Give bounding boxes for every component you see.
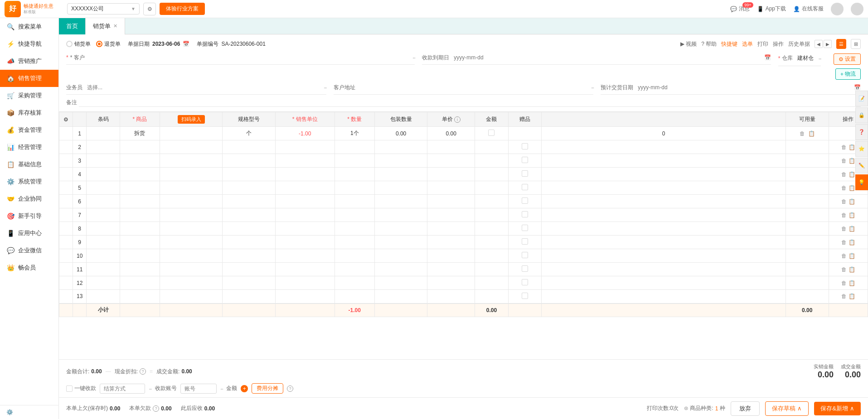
select-button[interactable]: 选单 <box>742 40 753 48</box>
sidebar-item-inventory[interactable]: 📦 库存核算 <box>0 104 58 121</box>
settlement-method-input[interactable] <box>100 384 145 394</box>
settings-button[interactable]: ⚙ <box>143 3 156 15</box>
settlement-more[interactable]: ··· <box>149 385 151 392</box>
salesperson-more-icon[interactable]: ··· <box>324 84 326 91</box>
delete-icon[interactable]: 🗑 <box>841 144 847 150</box>
list-view-btn[interactable]: ☰ <box>836 39 846 49</box>
grid-view-btn[interactable]: ⊞ <box>851 39 861 49</box>
row-spec-1[interactable] <box>160 127 222 140</box>
discount-info-icon[interactable]: ? <box>140 368 146 375</box>
sidebar-item-basic[interactable]: 📋 基础信息 <box>0 156 58 173</box>
customer-more-icon[interactable]: ··· <box>412 54 415 61</box>
copy-icon[interactable]: 📋 <box>849 253 855 259</box>
expected-date-input[interactable] <box>635 83 852 92</box>
copy-icon[interactable]: 📋 <box>849 212 855 218</box>
notes-input[interactable] <box>79 98 861 107</box>
account-input[interactable] <box>180 384 217 394</box>
copy-icon[interactable]: 📋 <box>849 239 855 246</box>
next-arrow[interactable]: ▶ <box>824 40 832 48</box>
customer-input[interactable] <box>87 53 411 62</box>
save-new-button[interactable]: 保存&新增 ∧ <box>814 402 861 415</box>
row-price-1[interactable]: 0.00 <box>374 127 427 140</box>
due-date-input[interactable] <box>451 53 762 62</box>
company-selector[interactable]: XXXXXX公司 ▼ <box>67 3 140 14</box>
sidebar-item-finance[interactable]: 💰 资金管理 <box>0 121 58 139</box>
salesperson-input[interactable] <box>84 83 322 92</box>
user-avatar[interactable] <box>831 3 844 15</box>
product-kind-icon[interactable]: ⊙ <box>684 405 689 411</box>
delete-icon-1[interactable]: 🗑 <box>800 130 805 137</box>
user-avatar2[interactable] <box>851 3 863 15</box>
due-date-calendar-icon[interactable]: 📅 <box>764 54 771 61</box>
delete-icon[interactable]: 🗑 <box>841 293 847 299</box>
delete-icon[interactable]: 🗑 <box>841 185 847 191</box>
expected-date-calendar[interactable]: 📅 <box>854 84 861 91</box>
address-more-icon[interactable]: ··· <box>591 84 594 91</box>
delete-icon[interactable]: 🗑 <box>841 280 847 286</box>
fee-split-button[interactable]: 费用分摊 <box>252 383 283 394</box>
customer-address-input[interactable] <box>357 83 589 92</box>
copy-icon[interactable]: 📋 <box>849 158 855 164</box>
account-more[interactable]: ··· <box>220 385 223 392</box>
float-star-button[interactable]: ⭐ <box>855 141 868 157</box>
float-edit-button[interactable]: ✏️ <box>855 158 868 173</box>
delete-icon[interactable]: 🗑 <box>841 212 847 218</box>
sidebar-item-marketing[interactable]: 📣 营销推广 <box>0 53 58 70</box>
message-button[interactable]: 💬 消息 99+ <box>730 5 750 13</box>
sidebar-bottom-settings[interactable]: ⚙️ <box>0 405 58 419</box>
delete-icon[interactable]: 🗑 <box>841 266 847 273</box>
print-button[interactable]: 打印 <box>757 40 768 48</box>
sidebar-item-wechat[interactable]: 💬 企业微信 <box>0 242 58 259</box>
sidebar-item-member[interactable]: 👑 畅会员 <box>0 259 58 276</box>
app-download-button[interactable]: 📱 App下载 <box>757 5 786 13</box>
sidebar-item-cooperation[interactable]: 🤝 企业协同 <box>0 190 58 207</box>
prev-arrow[interactable]: ◀ <box>815 40 823 48</box>
copy-icon[interactable]: 📋 <box>849 198 855 205</box>
sidebar-item-sales[interactable]: 🏠 销售管理 <box>0 70 58 87</box>
add-payment-button[interactable]: + <box>241 385 248 392</box>
float-orange-button[interactable]: 💡 <box>855 174 868 190</box>
copy-icon[interactable]: 📋 <box>849 266 855 273</box>
help-button[interactable]: ? 帮助 <box>701 40 717 48</box>
sidebar-item-guide[interactable]: 🎯 新手引导 <box>0 207 58 225</box>
sidebar-item-operations[interactable]: 📊 经营管理 <box>0 139 58 156</box>
row-quantity-1[interactable]: -1.00 <box>275 127 335 140</box>
sidebar-item-search[interactable]: 🔍 搜索菜单 <box>0 18 58 35</box>
sidebar-item-apps[interactable]: 📱 应用中心 <box>0 225 58 242</box>
float-lock-button[interactable]: 🔒 <box>855 107 868 123</box>
copy-icon[interactable]: 📋 <box>849 144 855 150</box>
sidebar-item-purchase[interactable]: 🛒 采购管理 <box>0 87 58 104</box>
radio-return-order[interactable]: 退货单 <box>96 40 121 48</box>
one-click-payment-checkbox[interactable]: 一键收款 <box>66 385 96 392</box>
float-question-button[interactable]: ❓ <box>855 124 868 140</box>
tab-home[interactable]: 首页 <box>59 18 86 34</box>
delete-icon[interactable]: 🗑 <box>841 239 847 246</box>
sidebar-item-system[interactable]: ⚙️ 系统管理 <box>0 173 58 190</box>
setup-button[interactable]: ⚙ 设置 <box>834 53 861 65</box>
logistics-button[interactable]: + 物流 <box>835 68 861 80</box>
copy-icon[interactable]: 📋 <box>849 280 855 286</box>
delete-icon[interactable]: 🗑 <box>841 198 847 205</box>
delete-icon[interactable]: 🗑 <box>841 253 847 259</box>
trial-button[interactable]: 体验行业方案 <box>160 3 205 15</box>
tab-close-icon[interactable]: ✕ <box>113 23 117 29</box>
sidebar-item-quicknav[interactable]: ⚡ 快捷导航 <box>0 35 58 53</box>
radio-sales-order[interactable]: 销货单 <box>66 40 91 48</box>
row-barcode-1[interactable] <box>87 127 120 140</box>
delete-icon[interactable]: 🗑 <box>841 226 847 232</box>
calendar-icon[interactable]: 📅 <box>183 41 189 47</box>
video-button[interactable]: ▶ 视频 <box>680 40 697 48</box>
copy-icon[interactable]: 📋 <box>849 171 855 178</box>
tab-sales-order[interactable]: 销货单 ✕ <box>86 18 125 34</box>
online-service-button[interactable]: 👤 在线客服 <box>793 5 824 13</box>
copy-icon-1[interactable]: 📋 <box>808 130 815 137</box>
delete-icon[interactable]: 🗑 <box>841 158 847 164</box>
save-draft-button[interactable]: 保存草稿 ∧ <box>765 401 809 416</box>
history-button[interactable]: 历史单据 <box>788 40 810 48</box>
warehouse-more-icon[interactable]: ··· <box>818 55 821 62</box>
copy-icon[interactable]: 📋 <box>849 293 855 299</box>
copy-icon[interactable]: 📋 <box>849 226 855 232</box>
operation-button[interactable]: 操作 <box>773 40 784 48</box>
fee-split-info-icon[interactable]: ? <box>287 385 293 392</box>
copy-icon[interactable]: 📋 <box>849 185 855 191</box>
